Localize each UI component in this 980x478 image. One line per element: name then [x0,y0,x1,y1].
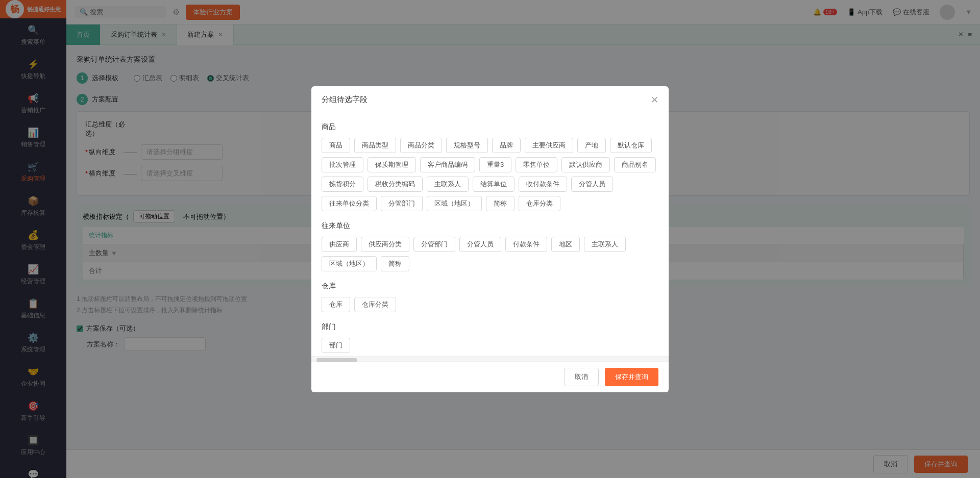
tag-goods-13[interactable]: 零售单位 [516,157,557,172]
modal-save-btn[interactable]: 保存并查询 [605,368,658,386]
tag-goods-25[interactable]: 简称 [486,196,514,211]
tag-goods-7[interactable]: 产地 [577,138,606,153]
counterparty-tags: 供应商 供应商分类 分管部门 分管人员 付款条件 地区 主联系人 区域（地区） … [322,237,658,271]
modal-close-btn[interactable]: ✕ [651,94,658,106]
department-tags: 部门 [322,338,658,353]
tag-wh-2[interactable]: 仓库分类 [354,297,396,312]
tag-goods-1[interactable]: 商品 [322,138,350,153]
tag-cp-3[interactable]: 分管部门 [413,237,455,252]
section-warehouse: 仓库 仓库 仓库分类 [322,282,658,312]
tag-goods-3[interactable]: 商品分类 [400,138,442,153]
section-counterparty: 往来单位 供应商 供应商分类 分管部门 分管人员 付款条件 地区 主联系人 区域… [322,221,658,271]
tag-cp-4[interactable]: 分管人员 [459,237,501,252]
hscroll-thumb[interactable] [316,358,357,362]
tag-dept-1[interactable]: 部门 [322,338,350,353]
modal-footer: 取消 保存并查询 [311,361,669,392]
tag-goods-6[interactable]: 主要供应商 [525,138,573,153]
modal-overlay: 分组待选字段 ✕ 商品 商品 商品类型 商品分类 规格型号 品牌 主要供应商 产… [0,0,980,478]
section-goods: 商品 商品 商品类型 商品分类 规格型号 品牌 主要供应商 产地 默认仓库 批次… [322,122,658,211]
section-warehouse-title: 仓库 [322,282,658,291]
tag-goods-20[interactable]: 收付款条件 [519,177,567,192]
tag-cp-7[interactable]: 主联系人 [584,237,626,252]
tag-goods-8[interactable]: 默认仓库 [610,138,652,153]
section-counterparty-title: 往来单位 [322,221,658,231]
tag-goods-12[interactable]: 重量3 [479,157,511,172]
tag-goods-4[interactable]: 规格型号 [446,138,488,153]
tag-goods-17[interactable]: 税收分类编码 [368,177,423,192]
tag-goods-18[interactable]: 主联系人 [427,177,469,192]
tag-wh-1[interactable]: 仓库 [322,297,350,312]
tag-goods-22[interactable]: 往来单位分类 [322,196,377,211]
field-select-modal: 分组待选字段 ✕ 商品 商品 商品类型 商品分类 规格型号 品牌 主要供应商 产… [311,86,669,392]
modal-header: 分组待选字段 ✕ [311,86,669,114]
tag-goods-5[interactable]: 品牌 [492,138,521,153]
modal-cancel-btn[interactable]: 取消 [564,368,599,386]
modal-hscroll[interactable] [311,356,669,361]
tag-cp-2[interactable]: 供应商分类 [361,237,409,252]
tag-goods-14[interactable]: 默认供应商 [561,157,610,172]
tag-goods-15[interactable]: 商品别名 [614,157,656,172]
modal-body: 商品 商品 商品类型 商品分类 规格型号 品牌 主要供应商 产地 默认仓库 批次… [311,114,669,356]
tag-goods-10[interactable]: 保质期管理 [368,157,416,172]
goods-tags: 商品 商品类型 商品分类 规格型号 品牌 主要供应商 产地 默认仓库 批次管理 … [322,138,658,211]
section-goods-title: 商品 [322,122,658,132]
section-department-title: 部门 [322,322,658,332]
tag-goods-11[interactable]: 客户商品编码 [420,157,475,172]
tag-goods-23[interactable]: 分管部门 [381,196,423,211]
tag-goods-26[interactable]: 仓库分类 [519,196,560,211]
tag-goods-21[interactable]: 分管人员 [571,177,613,192]
tag-cp-9[interactable]: 简称 [381,256,409,271]
tag-goods-9[interactable]: 批次管理 [322,157,363,172]
warehouse-tags: 仓库 仓库分类 [322,297,658,312]
tag-cp-1[interactable]: 供应商 [322,237,357,252]
tag-goods-24[interactable]: 区域（地区） [427,196,482,211]
tag-cp-8[interactable]: 区域（地区） [322,256,377,271]
tag-cp-6[interactable]: 地区 [551,237,580,252]
tag-goods-16[interactable]: 拣货积分 [322,177,363,192]
section-department: 部门 部门 [322,322,658,353]
tag-goods-19[interactable]: 结算单位 [473,177,514,192]
tag-goods-2[interactable]: 商品类型 [354,138,396,153]
modal-title: 分组待选字段 [322,95,368,105]
tag-cp-5[interactable]: 付款条件 [505,237,547,252]
